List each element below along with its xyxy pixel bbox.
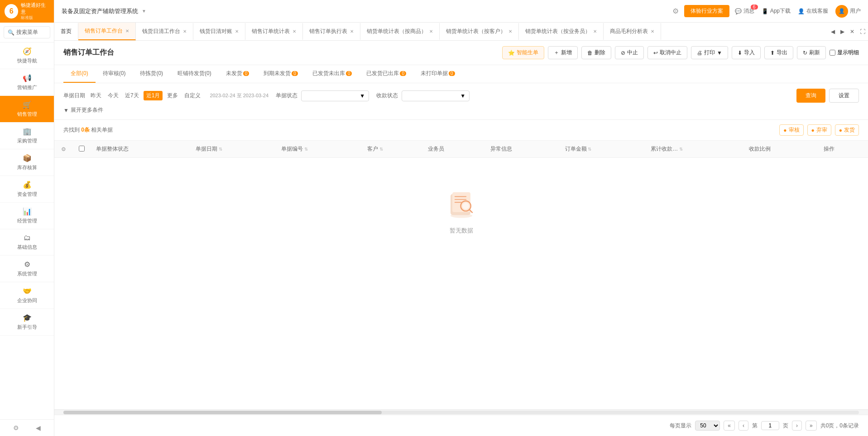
col-number-header[interactable]: 单据编号 [276, 141, 362, 158]
first-page-button[interactable]: « [724, 421, 735, 431]
sidebar-item-system[interactable]: ⚙ 系统管理 [0, 256, 54, 282]
main-area: 装备及固定资产辅助管理系统 ▼ ⚙ 体验行业方案 💬 消息 6 📱 App下载 … [54, 0, 868, 436]
prev-page-button[interactable]: ‹ [739, 421, 748, 431]
tab-cash-daily[interactable]: 钱货日清工作台 ✕ [136, 23, 193, 40]
date-opt-last1m[interactable]: 近1月 [144, 91, 163, 100]
col-collected-header[interactable]: 累计收款… [645, 141, 743, 158]
result-count: 0条 [81, 127, 90, 133]
subtab-pending-review[interactable]: 待审核(0) [96, 65, 133, 83]
cancel-stop-button[interactable]: ↩ 取消中止 [647, 46, 687, 59]
status-select[interactable]: ▼ [301, 90, 369, 101]
per-page-select[interactable]: 20 50 100 200 [695, 421, 720, 431]
expand-conditions[interactable]: ▼ 展开更多条件 [63, 106, 859, 114]
message-action[interactable]: 💬 消息 6 [735, 7, 754, 15]
subtab-all[interactable]: 全部(0) [63, 65, 96, 83]
sidebar-item-enterprise[interactable]: 🤝 企业协同 [0, 282, 54, 309]
user-action[interactable]: 👤 用户 [835, 5, 861, 18]
show-detail-checkbox[interactable]: 显示明细 [830, 49, 859, 57]
query-button[interactable]: 查询 [796, 89, 825, 103]
settings-gear-icon[interactable]: ⚙ [672, 7, 679, 15]
tab-close-sales-stat-staff[interactable]: ✕ [593, 29, 597, 34]
subtab-not-printed[interactable]: 未打印单据0 [413, 65, 462, 83]
sidebar-item-label: 系统管理 [17, 270, 37, 277]
operations-icon: 📊 [23, 207, 32, 216]
sidebar-settings-button[interactable]: ⚙ [13, 424, 19, 431]
import-button[interactable]: ⬇ 导入 [732, 46, 761, 59]
sidebar-item-quick-nav[interactable]: 🧭 快捷导航 [0, 43, 54, 69]
sidebar-item-newbie[interactable]: 🎓 新手引导 [0, 309, 54, 336]
tab-close-all[interactable]: ✕ [847, 27, 857, 37]
sidebar-item-marketing[interactable]: 📢 营销推广 [0, 69, 54, 96]
add-button[interactable]: ＋ 新增 [548, 46, 578, 59]
payment-select[interactable]: ▼ [402, 90, 470, 101]
system-title-dropdown[interactable]: ▼ [142, 9, 146, 14]
date-opt-yesterday[interactable]: 昨天 [89, 91, 103, 100]
tab-close-sales-stat-customer[interactable]: ✕ [508, 29, 512, 34]
subtab-pending-pickup[interactable]: 待拣货(0) [133, 65, 170, 83]
export-button[interactable]: ⬆ 导出 [764, 46, 793, 59]
sidebar-item-inventory[interactable]: 📦 库存核算 [0, 149, 54, 176]
date-opt-more[interactable]: 更多 [165, 91, 180, 100]
tab-close-cash-reconcile[interactable]: ✕ [235, 29, 239, 34]
print-button[interactable]: 🖨 打印 ▼ [691, 46, 728, 59]
date-opt-custom[interactable]: 自定义 [182, 91, 202, 100]
smart-create-button[interactable]: ⭐ 智能生单 [502, 46, 544, 59]
col-settings[interactable]: ⚙ [54, 141, 72, 158]
last-page-button[interactable]: » [806, 421, 817, 431]
tab-nav-next[interactable]: ▶ [838, 27, 847, 37]
page-input[interactable] [761, 421, 779, 430]
tab-close-cash-daily[interactable]: ✕ [183, 29, 187, 34]
tab-close-product-profit[interactable]: ✕ [651, 29, 654, 34]
tab-sales-stat-customer[interactable]: 销货单统计表（按客户） ✕ [440, 23, 519, 40]
filter-status: 单据状态 ▼ [276, 90, 369, 101]
stop-button[interactable]: ⊘ 中止 [615, 46, 644, 59]
filter-settings-button[interactable]: 设置 [829, 89, 859, 103]
subtab-wangpu[interactable]: 旺铺待发货(0) [170, 65, 219, 83]
tab-close-sales-workbench[interactable]: ✕ [125, 28, 129, 33]
sidebar-item-sales[interactable]: 🛒 销售管理 [0, 96, 54, 123]
subtab-overdue[interactable]: 到期未发货0 [256, 65, 305, 83]
col-date-header[interactable]: 单据日期 [190, 141, 276, 158]
select-all-checkbox[interactable] [79, 146, 85, 152]
tab-sales-workbench[interactable]: 销售订单工作台 ✕ [78, 23, 136, 40]
horizontal-scrollbar[interactable] [54, 409, 868, 415]
import-icon: ⬇ [738, 50, 742, 56]
tab-sales-exec[interactable]: 销售订单执行表 ✕ [303, 23, 360, 40]
date-opt-today[interactable]: 今天 [106, 91, 120, 100]
show-detail-input[interactable] [830, 50, 835, 56]
subtab-not-shipped[interactable]: 未发货0 [219, 65, 257, 83]
app-download-action[interactable]: 📱 App下载 [762, 7, 791, 15]
tab-product-profit[interactable]: 商品毛利分析表 ✕ [604, 23, 661, 40]
tab-cash-reconcile[interactable]: 钱货日清对账 ✕ [193, 23, 245, 40]
sidebar-item-basics[interactable]: 🗂 基础信息 [0, 229, 54, 256]
tab-home[interactable]: 首页 [54, 23, 78, 40]
date-opt-last7[interactable]: 近7天 [123, 91, 141, 100]
tab-sales-stat-product[interactable]: 销货单统计表（按商品） ✕ [360, 23, 440, 40]
subtab-shipped-out[interactable]: 已发货已出库0 [359, 65, 413, 83]
tab-expand[interactable]: ⛶ [857, 27, 868, 37]
experience-button[interactable]: 体验行业方案 [684, 5, 729, 17]
sidebar-item-purchase[interactable]: 🏢 采购管理 [0, 123, 54, 149]
sidebar-collapse-button[interactable]: ◀ [36, 424, 41, 431]
col-amount-header[interactable]: 订单金额 [560, 141, 646, 158]
delete-button[interactable]: 🗑 删除 [581, 46, 611, 59]
tab-close-sales-stats[interactable]: ✕ [293, 29, 296, 34]
refresh-button[interactable]: ↻ 刷新 [797, 46, 826, 59]
tab-sales-stat-staff[interactable]: 销货单统计表（按业务员） ✕ [519, 23, 604, 40]
col-checkbox-header[interactable] [72, 141, 91, 158]
sidebar-item-finance[interactable]: 💰 资金管理 [0, 176, 54, 203]
scrollbar-thumb[interactable] [63, 411, 382, 414]
tab-close-sales-exec[interactable]: ✕ [350, 29, 354, 34]
tab-sales-stats[interactable]: 销售订单统计表 ✕ [245, 23, 303, 40]
ship-action[interactable]: ● 发货 [835, 124, 859, 136]
cancel-audit-action[interactable]: ● 弃审 [807, 124, 831, 136]
tab-close-sales-stat-product[interactable]: ✕ [429, 29, 433, 34]
col-customer-header[interactable]: 客户 [362, 141, 423, 158]
subtab-shipped-not-out[interactable]: 已发货未出库0 [305, 65, 360, 83]
search-menu-button[interactable]: 🔍 搜索菜单 [4, 26, 50, 38]
audit-action[interactable]: ● 审核 [779, 124, 803, 136]
tab-nav-prev[interactable]: ◀ [828, 27, 838, 37]
sidebar-item-operations[interactable]: 📊 经营管理 [0, 203, 54, 229]
online-service-action[interactable]: 👤 在线客服 [798, 7, 828, 15]
next-page-button[interactable]: › [792, 421, 802, 431]
